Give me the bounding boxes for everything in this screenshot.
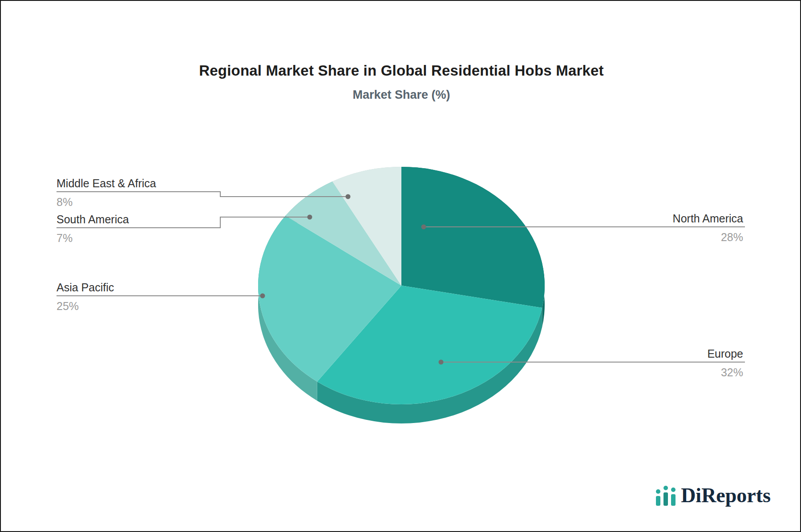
dot-europe <box>439 360 444 365</box>
pie-slices[interactable] <box>258 167 545 423</box>
slice-label: Middle East & Africa <box>57 177 156 189</box>
dot-asia-pacific <box>260 294 265 298</box>
dot-middle-east-africa <box>346 194 351 199</box>
dot-north-america <box>421 225 426 230</box>
callout-north-america: North America 28% <box>673 213 743 243</box>
dot-south-america <box>307 215 312 220</box>
chart-canvas: Regional Market Share in Global Resident… <box>0 0 801 532</box>
callout-europe: Europe 32% <box>707 348 743 378</box>
slice-label: Europe <box>707 348 743 359</box>
direports-logo: DiReports <box>654 482 771 507</box>
slice-label: North America <box>673 213 743 224</box>
slice-value: 8% <box>57 196 156 208</box>
callout-south-america: South America 7% <box>57 214 129 244</box>
slice-label: South America <box>57 214 129 225</box>
direports-logo-text: DiReports <box>681 484 771 507</box>
direports-logo-icon <box>654 482 678 507</box>
slice-value: 7% <box>57 232 129 244</box>
slice-value: 25% <box>57 300 114 312</box>
pie-chart <box>1 1 801 532</box>
callout-middle-east-africa: Middle East & Africa 8% <box>57 177 156 208</box>
callout-asia-pacific: Asia Pacific 25% <box>57 282 114 312</box>
slice-value: 32% <box>707 367 743 378</box>
slice-value: 28% <box>673 231 743 243</box>
slice-label: Asia Pacific <box>57 282 114 293</box>
